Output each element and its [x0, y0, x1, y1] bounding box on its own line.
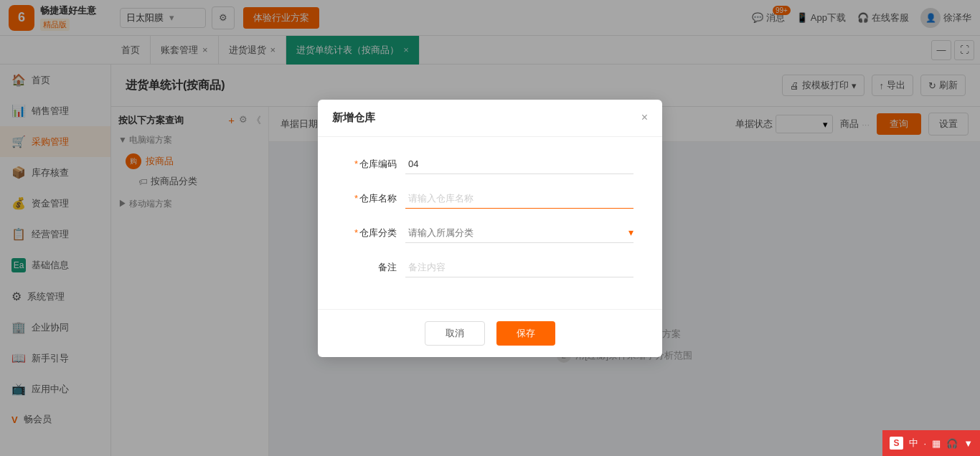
form-row-category: 仓库分类 ▾: [347, 223, 633, 243]
code-input[interactable]: [405, 154, 633, 174]
category-dropdown-arrow: ▾: [628, 227, 633, 238]
note-label: 备注: [347, 261, 397, 274]
dialog-title: 新增仓库: [332, 111, 375, 125]
name-label: 仓库名称: [347, 192, 397, 205]
form-row-note: 备注: [347, 257, 633, 277]
dialog-close-btn[interactable]: ×: [641, 111, 648, 124]
bottom-arrow-icon: ▼: [963, 438, 973, 449]
code-label: 仓库编码: [347, 158, 397, 171]
dialog-footer: 取消 保存: [318, 309, 662, 357]
dialog-body: 仓库编码 仓库名称 仓库分类 ▾ 备注: [318, 137, 662, 309]
bottom-status-bar: S 中 · ▦ 🎧 ▼: [882, 430, 980, 456]
save-btn[interactable]: 保存: [496, 321, 555, 346]
s-logo: S: [890, 437, 903, 450]
dialog-header: 新增仓库 ×: [318, 100, 662, 137]
bottom-dot-icon: ·: [924, 438, 927, 449]
category-select-wrapper: ▾: [405, 223, 633, 243]
cancel-btn[interactable]: 取消: [425, 321, 485, 346]
add-warehouse-dialog: 新增仓库 × 仓库编码 仓库名称 仓库分类 ▾: [318, 100, 662, 357]
name-input[interactable]: [405, 189, 633, 209]
note-input[interactable]: [405, 257, 633, 277]
category-input[interactable]: [405, 223, 628, 242]
form-row-name: 仓库名称: [347, 189, 633, 209]
bottom-chinese-label: 中: [909, 437, 918, 450]
bottom-grid-icon: ▦: [932, 438, 941, 449]
modal-overlay: 新增仓库 × 仓库编码 仓库名称 仓库分类 ▾: [0, 0, 980, 456]
form-row-code: 仓库编码: [347, 154, 633, 174]
category-label: 仓库分类: [347, 227, 397, 239]
bottom-headset-icon: 🎧: [946, 438, 958, 449]
